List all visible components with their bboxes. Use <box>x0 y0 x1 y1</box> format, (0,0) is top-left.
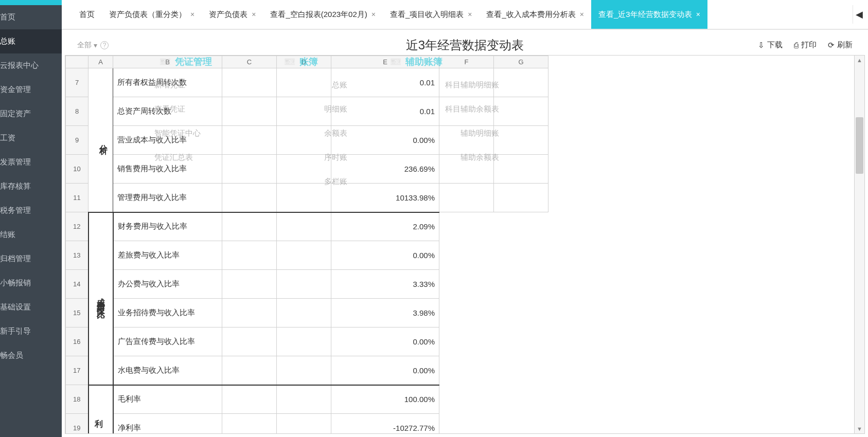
value-cell[interactable]: 0.01 <box>331 97 439 126</box>
close-icon[interactable]: × <box>190 10 194 19</box>
sidebar-item[interactable]: 基础设置 <box>0 295 62 319</box>
cell[interactable] <box>222 68 277 97</box>
cell[interactable] <box>277 212 331 241</box>
cell[interactable] <box>277 126 331 155</box>
value-cell[interactable]: 10133.98% <box>331 184 439 212</box>
sidebar-item[interactable]: 归档管理 <box>0 247 62 271</box>
cell[interactable] <box>222 299 277 327</box>
value-cell[interactable]: 2.09% <box>331 212 439 241</box>
cell[interactable] <box>494 68 548 97</box>
cell[interactable] <box>222 414 277 434</box>
value-cell[interactable]: -10272.77% <box>331 414 439 434</box>
help-icon[interactable]: ? <box>100 41 109 49</box>
sidebar-item[interactable]: 新手引导 <box>0 319 62 343</box>
indicator-label-cell[interactable]: 所有者权益周转次数 <box>113 68 222 97</box>
value-cell[interactable]: 100.00% <box>331 385 439 414</box>
row-header[interactable]: 14 <box>66 270 88 299</box>
sidebar-item[interactable]: 固定资产 <box>0 102 62 126</box>
scroll-up-arrow[interactable]: ▲ <box>855 56 864 65</box>
close-icon[interactable]: × <box>696 10 700 19</box>
value-cell[interactable]: 3.33% <box>331 270 439 299</box>
cell[interactable] <box>494 184 548 212</box>
indicator-label-cell[interactable]: 管理费用与收入比率 <box>113 184 222 212</box>
value-cell[interactable]: 3.98% <box>331 299 439 327</box>
cell[interactable] <box>222 126 277 155</box>
tab[interactable]: 查看_项目收入明细表× <box>383 0 480 29</box>
value-cell[interactable]: 0.00% <box>331 126 439 155</box>
col-header[interactable]: E <box>331 56 439 68</box>
cell[interactable] <box>277 327 331 356</box>
value-cell[interactable]: 0.00% <box>331 327 439 356</box>
indicator-label-cell[interactable]: 办公费与收入比率 <box>113 270 222 299</box>
value-cell[interactable]: 0.01 <box>331 68 439 97</box>
col-header[interactable]: C <box>222 56 277 68</box>
cell[interactable] <box>222 385 277 414</box>
indicator-label-cell[interactable]: 业务招待费与收入比率 <box>113 299 222 327</box>
sidebar-item[interactable]: 畅会员 <box>0 343 62 368</box>
sheet-scroll[interactable]: A B C D E F G 7分析所有者权益周转次数0.018总资产周转次数0.… <box>65 56 864 433</box>
scroll-down-arrow[interactable]: ▼ <box>855 424 864 433</box>
refresh-button[interactable]: ⟳ 刷新 <box>828 40 853 50</box>
indicator-label-cell[interactable]: 销售费用与收入比率 <box>113 155 222 184</box>
indicator-label-cell[interactable]: 毛利率 <box>113 385 222 414</box>
tab[interactable]: 资产负债表（重分类）× <box>102 0 202 29</box>
cell[interactable] <box>277 270 331 299</box>
value-cell[interactable]: 236.69% <box>331 155 439 184</box>
cell[interactable] <box>494 97 548 126</box>
cell[interactable] <box>222 356 277 385</box>
cell[interactable] <box>277 385 331 414</box>
col-header[interactable]: F <box>439 56 494 68</box>
sidebar-item[interactable]: 税务管理 <box>0 198 62 223</box>
cell[interactable] <box>439 184 494 212</box>
sidebar-item[interactable]: 首页 <box>0 5 62 29</box>
row-header[interactable]: 19 <box>66 414 88 434</box>
cell[interactable] <box>277 68 331 97</box>
value-cell[interactable]: 0.00% <box>331 241 439 270</box>
tab[interactable]: 查看_空白报表(2023年02月)× <box>263 0 383 29</box>
tab[interactable]: 资产负债表× <box>202 0 263 29</box>
row-header[interactable]: 7 <box>66 68 88 97</box>
indicator-label-cell[interactable]: 净利率 <box>113 414 222 434</box>
tab[interactable]: 首页 <box>72 0 102 29</box>
row-header[interactable]: 10 <box>66 155 88 184</box>
cell[interactable] <box>222 184 277 212</box>
cell[interactable] <box>494 155 548 184</box>
indicator-label-cell[interactable]: 水电费与收入比率 <box>113 356 222 385</box>
close-icon[interactable]: × <box>371 10 376 19</box>
cell[interactable] <box>222 241 277 270</box>
indicator-label-cell[interactable]: 财务费用与收入比率 <box>113 212 222 241</box>
row-header[interactable]: 11 <box>66 184 88 212</box>
sidebar-item[interactable]: 发票管理 <box>0 150 62 174</box>
indicator-label-cell[interactable]: 差旅费与收入比率 <box>113 241 222 270</box>
close-icon[interactable]: × <box>252 10 256 19</box>
filter-dropdown[interactable]: 全部 ▾ ? <box>77 41 109 50</box>
sidebar-item[interactable]: 结账 <box>0 223 62 247</box>
cell[interactable] <box>439 68 494 97</box>
row-header[interactable]: 9 <box>66 126 88 155</box>
cell[interactable] <box>277 184 331 212</box>
row-header[interactable]: 15 <box>66 299 88 327</box>
cell[interactable] <box>222 97 277 126</box>
cell[interactable] <box>222 155 277 184</box>
sidebar-item[interactable]: 资金管理 <box>0 78 62 102</box>
cell[interactable] <box>277 155 331 184</box>
sidebar-item[interactable]: 小畅报销 <box>0 271 62 295</box>
col-header[interactable]: B <box>113 56 222 68</box>
value-cell[interactable]: 0.00% <box>331 356 439 385</box>
tab[interactable]: 查看_近3年经营数据变动表× <box>591 0 707 29</box>
sidebar-item[interactable]: 库存核算 <box>0 174 62 198</box>
vertical-scrollbar[interactable]: ▲ ▼ <box>854 56 864 433</box>
row-header[interactable]: 17 <box>66 356 88 385</box>
scrollbar-thumb[interactable] <box>856 117 863 174</box>
col-header[interactable]: G <box>494 56 548 68</box>
tabs-nav-prev[interactable]: ◀ <box>853 5 865 24</box>
cell[interactable] <box>439 126 494 155</box>
row-header[interactable]: 16 <box>66 327 88 356</box>
download-button[interactable]: ⇩ 下载 <box>758 40 783 50</box>
col-header[interactable]: A <box>88 56 113 68</box>
sheet-corner[interactable] <box>66 56 88 68</box>
sidebar-item[interactable]: 云报表中心 <box>0 53 62 78</box>
row-header[interactable]: 13 <box>66 241 88 270</box>
row-header[interactable]: 18 <box>66 385 88 414</box>
category-cell[interactable]: 成本费用收入比 <box>88 212 113 385</box>
